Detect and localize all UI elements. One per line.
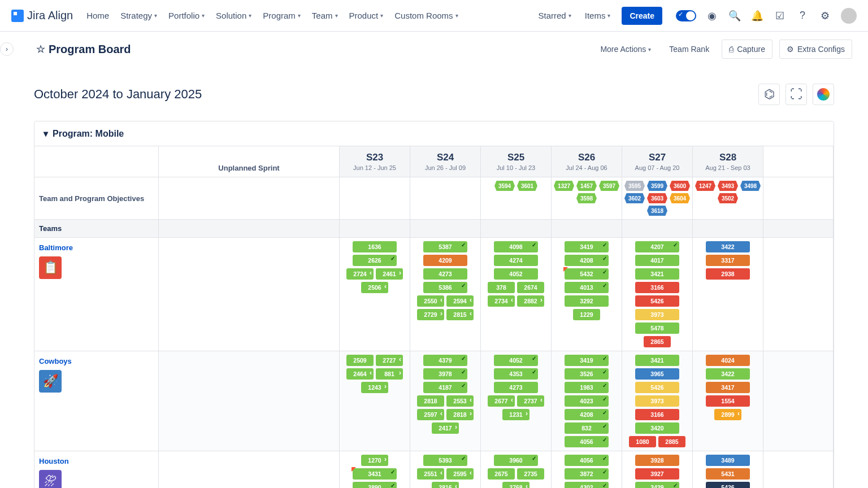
card-2551[interactable]: 2551 bbox=[417, 468, 444, 480]
card-2727[interactable]: 2727 bbox=[376, 355, 403, 366]
card-2899[interactable]: 2899 bbox=[714, 409, 741, 420]
card-4052[interactable]: 4052 bbox=[494, 355, 538, 366]
card-3431[interactable]: 3431 bbox=[353, 468, 397, 480]
card-4208[interactable]: 4208 bbox=[565, 409, 609, 420]
card-3489[interactable]: 3489 bbox=[706, 455, 750, 466]
sprint-header-S25[interactable]: S25Jul 10 - Jul 23 bbox=[481, 146, 552, 177]
card-3419[interactable]: 3419 bbox=[565, 355, 609, 366]
logo[interactable]: Jira Align bbox=[11, 9, 73, 22]
card-3317[interactable]: 3317 bbox=[706, 255, 750, 266]
card-3978[interactable]: 3978 bbox=[423, 368, 467, 380]
nav-items[interactable]: Items▾ bbox=[585, 11, 611, 20]
nav-starred[interactable]: Starred▾ bbox=[539, 11, 571, 20]
card-2724[interactable]: 2724 bbox=[346, 268, 374, 280]
card-4273[interactable]: 4273 bbox=[423, 268, 467, 280]
nav-solution[interactable]: Solution▾ bbox=[216, 11, 251, 20]
card-4207[interactable]: 4207 bbox=[635, 241, 679, 252]
card-832[interactable]: 832 bbox=[565, 422, 609, 434]
objective-3595[interactable]: 3595 bbox=[624, 181, 645, 191]
notification-icon[interactable]: 🔔 bbox=[750, 9, 764, 23]
objective-3502[interactable]: 3502 bbox=[718, 193, 738, 203]
card-3422[interactable]: 3422 bbox=[706, 241, 750, 252]
card-2885[interactable]: 2885 bbox=[658, 436, 685, 447]
fullscreen-icon[interactable]: ⛶ bbox=[785, 84, 807, 105]
card-3429[interactable]: 3429 bbox=[635, 482, 679, 488]
card-5431[interactable]: 5431 bbox=[706, 468, 750, 480]
card-2674[interactable]: 2674 bbox=[517, 282, 544, 293]
capture-button[interactable]: ⎙Capture bbox=[722, 40, 772, 59]
card-2675[interactable]: 2675 bbox=[488, 468, 515, 480]
color-legend[interactable] bbox=[813, 84, 834, 105]
card-5426[interactable]: 5426 bbox=[635, 295, 679, 307]
card-5432[interactable]: 5432 bbox=[565, 268, 609, 280]
card-4098[interactable]: 4098 bbox=[494, 241, 538, 252]
card-4056[interactable]: 4056 bbox=[565, 436, 609, 447]
card-4023[interactable]: 4023 bbox=[565, 395, 609, 407]
sidebar-expand[interactable]: › bbox=[0, 42, 14, 56]
sprint-header-S26[interactable]: S26Jul 24 - Aug 06 bbox=[552, 146, 622, 177]
card-2882[interactable]: 2882 bbox=[517, 295, 544, 307]
objective-3604[interactable]: 3604 bbox=[670, 193, 690, 203]
card-2768[interactable]: 2768 bbox=[502, 482, 530, 488]
objective-3603[interactable]: 3603 bbox=[647, 193, 667, 203]
objective-3498[interactable]: 3498 bbox=[740, 181, 761, 191]
settings-icon[interactable]: ⚙ bbox=[818, 9, 832, 23]
card-3890[interactable]: 3890 bbox=[353, 482, 397, 488]
card-4208[interactable]: 4208 bbox=[565, 255, 609, 266]
card-2417[interactable]: 2417 bbox=[432, 422, 459, 434]
card-2938[interactable]: 2938 bbox=[706, 268, 750, 280]
card-4024[interactable]: 4024 bbox=[706, 355, 750, 366]
card-2815[interactable]: 2815 bbox=[446, 309, 474, 320]
card-3420[interactable]: 3420 bbox=[635, 422, 679, 434]
objective-3493[interactable]: 3493 bbox=[718, 181, 738, 191]
card-3973[interactable]: 3973 bbox=[635, 395, 679, 407]
card-2506[interactable]: 2506 bbox=[361, 282, 388, 293]
checkbox-icon[interactable]: ☑ bbox=[773, 9, 787, 23]
card-1243[interactable]: 1243 bbox=[361, 382, 388, 393]
card-4187[interactable]: 4187 bbox=[423, 382, 467, 393]
sprint-header-S23[interactable]: S23Jun 12 - Jun 25 bbox=[340, 146, 410, 177]
card-5426[interactable]: 5426 bbox=[635, 382, 679, 393]
user-avatar[interactable] bbox=[841, 8, 857, 24]
card-378[interactable]: 378 bbox=[488, 282, 515, 293]
card-4353[interactable]: 4353 bbox=[494, 368, 538, 380]
card-2729[interactable]: 2729 bbox=[417, 309, 444, 320]
card-3872[interactable]: 3872 bbox=[565, 468, 609, 480]
star-icon[interactable]: ☆ bbox=[36, 43, 45, 55]
card-3166[interactable]: 3166 bbox=[635, 409, 679, 420]
card-1554[interactable]: 1554 bbox=[706, 395, 750, 407]
objective-3618[interactable]: 3618 bbox=[647, 206, 667, 216]
card-4017[interactable]: 4017 bbox=[635, 255, 679, 266]
card-5478[interactable]: 5478 bbox=[635, 323, 679, 334]
objective-1247[interactable]: 1247 bbox=[695, 181, 715, 191]
card-2735[interactable]: 2735 bbox=[517, 468, 544, 480]
card-3927[interactable]: 3927 bbox=[635, 468, 679, 480]
card-1636[interactable]: 1636 bbox=[353, 241, 397, 252]
card-3421[interactable]: 3421 bbox=[635, 355, 679, 366]
card-2553[interactable]: 2553 bbox=[446, 395, 474, 407]
card-4273[interactable]: 4273 bbox=[494, 382, 538, 393]
more-actions[interactable]: More Actions▾ bbox=[594, 41, 657, 57]
card-4274[interactable]: 4274 bbox=[494, 255, 538, 266]
card-4379[interactable]: 4379 bbox=[423, 355, 467, 366]
card-3417[interactable]: 3417 bbox=[706, 382, 750, 393]
card-4052[interactable]: 4052 bbox=[494, 268, 538, 280]
team-rank[interactable]: Team Rank bbox=[663, 41, 715, 57]
card-2818[interactable]: 2818 bbox=[446, 409, 474, 420]
team-link-houston[interactable]: Houston bbox=[39, 457, 154, 465]
card-2464[interactable]: 2464 bbox=[346, 368, 374, 380]
program-header[interactable]: ▾ Program: Mobile bbox=[34, 121, 834, 146]
objective-3597[interactable]: 3597 bbox=[599, 181, 619, 191]
card-2550[interactable]: 2550 bbox=[417, 295, 444, 307]
card-3292[interactable]: 3292 bbox=[565, 295, 609, 307]
objective-3598[interactable]: 3598 bbox=[576, 193, 597, 203]
card-5393[interactable]: 5393 bbox=[423, 455, 467, 466]
nav-strategy[interactable]: Strategy▾ bbox=[120, 11, 157, 20]
card-881[interactable]: 881 bbox=[376, 368, 403, 380]
nav-custom-rooms[interactable]: Custom Rooms▾ bbox=[394, 11, 458, 20]
nav-home[interactable]: Home bbox=[86, 11, 109, 20]
card-3166[interactable]: 3166 bbox=[635, 282, 679, 293]
nav-product[interactable]: Product▾ bbox=[349, 11, 384, 20]
card-2734[interactable]: 2734 bbox=[488, 295, 515, 307]
card-2816[interactable]: 2816 bbox=[432, 482, 459, 488]
